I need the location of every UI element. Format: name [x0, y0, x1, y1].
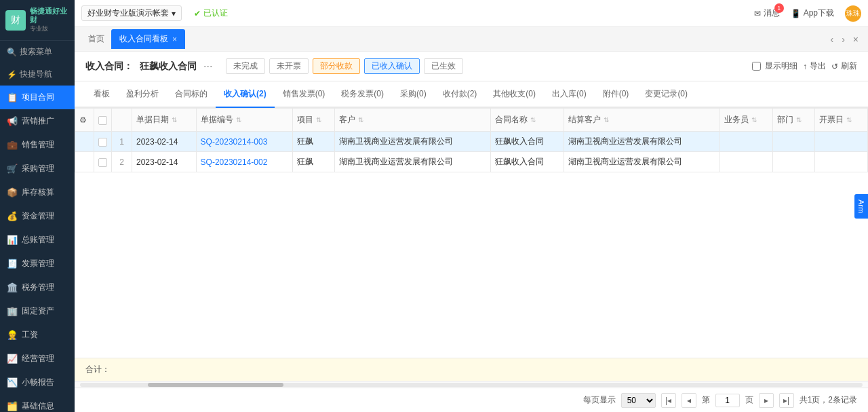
- th-dept[interactable]: 部门⇅: [773, 109, 815, 132]
- pagination-first-btn[interactable]: |◂: [661, 393, 676, 408]
- td-project: 狂飙: [292, 152, 334, 172]
- sidebar-item-sales[interactable]: 💼 销售管理: [0, 133, 75, 157]
- refresh-btn[interactable]: ↺ 刷新: [831, 60, 857, 72]
- row-checkbox[interactable]: [98, 138, 107, 147]
- pagination-last-btn[interactable]: ▸|: [779, 393, 794, 408]
- more-options-btn[interactable]: ···: [203, 60, 212, 73]
- setting-icon[interactable]: ⚙: [79, 115, 87, 125]
- select-all-checkbox[interactable]: [98, 116, 107, 125]
- pagination-next-btn[interactable]: ▸: [759, 393, 774, 408]
- sidebar-item-assets[interactable]: 🏢 固定资产: [0, 299, 75, 323]
- subtab-sales-invoice[interactable]: 销售发票(0): [275, 81, 334, 108]
- td-code[interactable]: SQ-20230214-003: [196, 132, 292, 152]
- td-setting: [75, 132, 94, 152]
- sort-opendate-icon: ⇅: [846, 116, 852, 124]
- td-salesman: [720, 152, 773, 172]
- sidebar-item-search[interactable]: 🔍 搜索菜单: [0, 41, 75, 63]
- td-code[interactable]: SQ-20230214-002: [196, 152, 292, 172]
- scrollbar-track[interactable]: [80, 383, 863, 387]
- status-partial[interactable]: 部分收款: [313, 58, 360, 74]
- table-row[interactable]: 2 2023-02-14 SQ-20230214-002 狂飙 湖南卫视商业运营…: [75, 152, 868, 172]
- app-download-label: App下载: [804, 7, 834, 19]
- sidebar-item-payroll[interactable]: 👷 工资: [0, 323, 75, 347]
- table-row[interactable]: 1 2023-02-14 SQ-20230214-003 狂飙 湖南卫视商业运营…: [75, 132, 868, 152]
- th-checkbox[interactable]: [94, 109, 112, 132]
- sidebar-item-marketing[interactable]: 📢 营销推广: [0, 109, 75, 133]
- page-label: 第: [702, 394, 710, 406]
- code-link[interactable]: SQ-20230214-002: [201, 157, 268, 167]
- th-end-customer[interactable]: 结算客户⇅: [564, 109, 720, 132]
- td-cb[interactable]: [94, 152, 112, 172]
- tabbar-controls: ‹ › ×: [827, 33, 861, 46]
- content-header: 收入合同： 狂飙收入合同 ··· 未完成 未开票 部分收款 已收入确认 已生效 …: [75, 52, 868, 81]
- subtab-tax-invoice[interactable]: 税务发票(0): [333, 81, 392, 108]
- arm-panel-btn[interactable]: Arm: [854, 193, 868, 218]
- per-page-select[interactable]: 50 100 200: [621, 393, 656, 408]
- pagination-prev-btn[interactable]: ◂: [682, 393, 696, 408]
- th-salesman[interactable]: 业务员⇅: [720, 109, 773, 132]
- sidebar-item-inventory[interactable]: 📦 库存核算: [0, 181, 75, 204]
- tabbar: 首页 收入合同看板 × ‹ › ×: [75, 27, 868, 52]
- sidebar-item-quick[interactable]: ⚡ 快捷导航: [0, 63, 75, 86]
- td-date: 2023-02-14: [132, 152, 197, 172]
- th-project[interactable]: 项目⇅: [292, 109, 334, 132]
- sidebar-item-mgmt[interactable]: 📈 经营管理: [0, 347, 75, 371]
- sidebar-item-invoice[interactable]: 🧾 发票管理: [0, 252, 75, 276]
- message-btn[interactable]: ✉ 消息 1: [754, 7, 780, 19]
- main-area: 好业财专业版演示帐套 ▾ ✔ 已认证 ✉ 消息 1 📱 App下载 珠珠: [75, 0, 868, 412]
- subtab-warehouse[interactable]: 出入库(0): [544, 81, 595, 108]
- tab-active[interactable]: 收入合同看板 ×: [111, 29, 185, 49]
- sidebar-item-funds[interactable]: 💰 资金管理: [0, 204, 75, 228]
- th-contract[interactable]: 合同名称⇅: [491, 109, 564, 132]
- tab-close-all-btn[interactable]: ×: [850, 33, 861, 46]
- th-setting[interactable]: ⚙: [75, 109, 94, 132]
- app-name: 畅捷通好业财: [30, 7, 69, 24]
- sidebar-item-tax-label: 税务管理: [22, 282, 54, 293]
- subtab-attachment[interactable]: 附件(0): [595, 81, 637, 108]
- scrollbar-thumb[interactable]: [148, 383, 283, 387]
- sidebar-item-tax[interactable]: 🏛️ 税务管理: [0, 276, 75, 299]
- export-btn[interactable]: ↑ 导出: [803, 60, 826, 72]
- subtab-other[interactable]: 其他收支(0): [485, 81, 544, 108]
- show-detail-toggle[interactable]: 显示明细: [752, 60, 797, 72]
- subtab-contract-items[interactable]: 合同标的: [167, 81, 216, 108]
- code-link[interactable]: SQ-20230214-003: [201, 137, 268, 147]
- th-open-date[interactable]: 开票日⇅: [815, 109, 868, 132]
- show-detail-checkbox[interactable]: [752, 62, 761, 71]
- sidebar-item-purchase[interactable]: 🛒 采购管理: [0, 157, 75, 181]
- td-cb[interactable]: [94, 132, 112, 152]
- search-icon: 🔍: [7, 48, 17, 57]
- th-date[interactable]: 单据日期⇅: [132, 109, 197, 132]
- subtab-profit[interactable]: 盈利分析: [118, 81, 167, 108]
- header-actions: 显示明细 ↑ 导出 ↺ 刷新: [752, 60, 857, 72]
- row-checkbox[interactable]: [98, 158, 107, 167]
- page-input[interactable]: [715, 394, 740, 407]
- horizontal-scrollbar[interactable]: [75, 381, 868, 388]
- tab-close-icon[interactable]: ×: [172, 35, 177, 44]
- sidebar-item-base[interactable]: 🗂️ 基础信息: [0, 394, 75, 412]
- tab-next-btn[interactable]: ›: [839, 33, 848, 46]
- td-dept: [773, 152, 815, 172]
- user-avatar-btn[interactable]: 珠珠: [845, 5, 861, 22]
- th-code[interactable]: 单据编号⇅: [196, 109, 292, 132]
- tab-home[interactable]: 首页: [81, 33, 111, 45]
- sidebar-item-payroll-label: 工资: [22, 329, 38, 341]
- tab-prev-btn[interactable]: ‹: [827, 33, 836, 46]
- sort-code-icon: ⇅: [236, 116, 241, 124]
- subtab-payment[interactable]: 收付款(2): [435, 81, 486, 108]
- th-customer[interactable]: 客户⇅: [335, 109, 491, 132]
- contract-name: 狂飙收入合同: [140, 60, 197, 73]
- subtab-kanban[interactable]: 看板: [85, 81, 118, 108]
- status-confirmed[interactable]: 已收入确认: [364, 58, 420, 74]
- sidebar-item-report[interactable]: 📉 小畅报告: [0, 371, 75, 394]
- status-effective[interactable]: 已生效: [424, 58, 463, 74]
- subtab-revenue-confirm[interactable]: 收入确认(2): [216, 81, 275, 108]
- status-uninvoiced[interactable]: 未开票: [269, 58, 309, 74]
- app-download-btn[interactable]: 📱 App下载: [791, 7, 834, 19]
- subtab-change-log[interactable]: 变更记录(0): [637, 81, 696, 108]
- subtab-purchase[interactable]: 采购(0): [392, 81, 435, 108]
- status-incomplete[interactable]: 未完成: [226, 58, 265, 74]
- sidebar-item-ledger[interactable]: 📊 总账管理: [0, 228, 75, 252]
- company-selector[interactable]: 好业财专业版演示帐套 ▾: [81, 5, 182, 21]
- sidebar-item-project[interactable]: 📋 项目合同: [0, 86, 75, 109]
